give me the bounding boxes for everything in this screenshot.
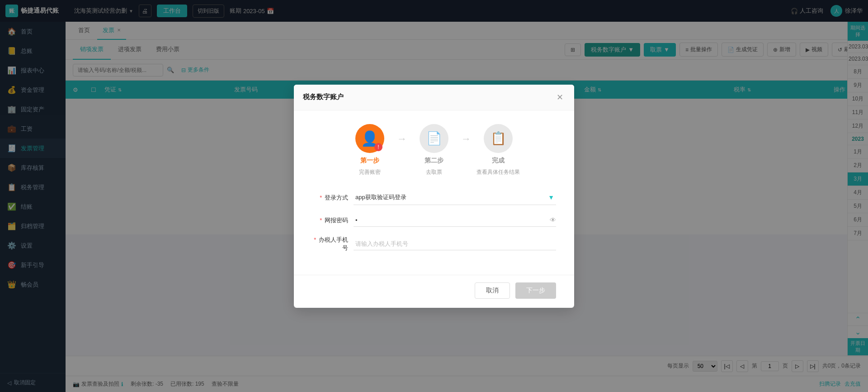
step3-label: 完成 [492, 157, 505, 165]
step2-label: 第二步 [425, 157, 443, 165]
step1-icon-wrap: 👤 ! [355, 124, 384, 153]
step2-icon: 📄 [426, 131, 442, 146]
step1-label: 第一步 [360, 157, 379, 165]
cancel-button[interactable]: 取消 [475, 282, 510, 299]
phone-input[interactable] [354, 238, 556, 250]
login-method-select[interactable]: app获取验证码登录 ▼ [354, 191, 556, 205]
step3-icon: 📋 [491, 131, 506, 146]
password-row: * 网报密码 👁 [312, 214, 556, 227]
password-label: * 网报密码 [312, 216, 348, 225]
login-method-label: * 登录方式 [312, 194, 348, 202]
dialog-body: 👤 ! 第一步 完善账密 → 📄 第二步 去取票 → [294, 110, 574, 275]
phone-row: * 办税人手机号 [312, 236, 556, 252]
step3-sublabel: 查看具体任务结果 [476, 168, 520, 176]
dialog-header: 税务数字账户 ✕ [294, 85, 574, 110]
password-toggle-icon[interactable]: 👁 [550, 216, 556, 224]
step3-icon-wrap: 📋 [484, 124, 513, 153]
step1-badge: ! [374, 143, 382, 151]
dialog-title: 税务数字账户 [303, 93, 344, 101]
phone-label: * 办税人手机号 [312, 236, 348, 252]
step-arrow-2: → [461, 133, 471, 145]
tax-account-dialog: 税务数字账户 ✕ 👤 ! 第一步 完善账密 → [294, 85, 574, 308]
login-method-arrow-icon: ▼ [548, 194, 554, 201]
step2-sublabel: 去取票 [426, 168, 442, 176]
step-arrow-1: → [397, 133, 407, 145]
step2-icon-wrap: 📄 [420, 124, 448, 153]
step-2: 📄 第二步 去取票 [407, 124, 461, 176]
dialog-close-button[interactable]: ✕ [554, 92, 565, 103]
step-1: 👤 ! 第一步 完善账密 [343, 124, 397, 176]
password-field-wrap: 👁 [354, 214, 556, 227]
login-method-row: * 登录方式 app获取验证码登录 ▼ [312, 191, 556, 205]
dialog-footer: 取消 下一步 [294, 275, 574, 308]
step-3: 📋 完成 查看具体任务结果 [471, 124, 525, 176]
steps-indicator: 👤 ! 第一步 完善账密 → 📄 第二步 去取票 → [312, 124, 556, 176]
next-button[interactable]: 下一步 [515, 282, 556, 299]
dialog-overlay: 税务数字账户 ✕ 👤 ! 第一步 完善账密 → [0, 0, 868, 392]
login-method-value: app获取验证码登录 [355, 193, 406, 201]
step1-sublabel: 完善账密 [359, 168, 381, 176]
password-input[interactable] [354, 214, 550, 226]
